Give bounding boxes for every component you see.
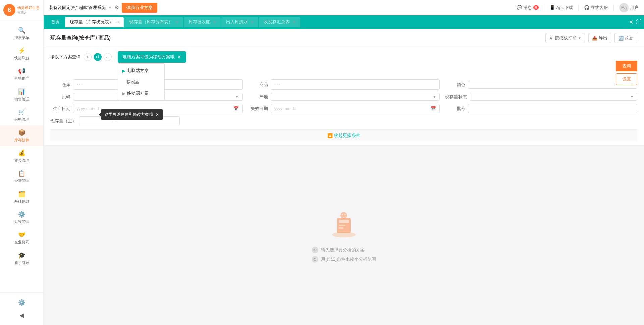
collapse-bar[interactable]: 🔼 收起更多条件 <box>50 129 637 141</box>
expire-date-calendar-icon: 📅 <box>431 106 436 111</box>
sidebar-item-inventory[interactable]: 📦 库存核算 <box>0 125 43 146</box>
scheme-desktop-sub-item[interactable]: 按照品 <box>118 76 164 88</box>
svg-rect-4 <box>339 227 344 229</box>
svg-point-7 <box>344 214 346 215</box>
filter-back-btn[interactable]: ← <box>104 53 112 61</box>
tab-inventory-dist[interactable]: 现存量（库存分布表） ✕ <box>124 17 183 27</box>
scheme-desktop-arrow: ▶ <box>122 68 125 73</box>
app-download-item[interactable]: 📱 App下载 <box>550 5 573 11</box>
print-btn[interactable]: 🖨 按模板打印 ▼ <box>545 33 585 43</box>
empty-hints: ① 请先选择要分析的方案 ② 用[过滤]条件来缩小分析范围 <box>312 247 376 263</box>
goods-select[interactable]: ··· <box>271 79 440 90</box>
expire-date-input[interactable]: yyyy-mm-dd 📅 <box>271 104 440 113</box>
sidebar-label-inventory: 库存核算 <box>14 138 29 143</box>
color-select[interactable]: ▼ <box>468 81 637 89</box>
tab-bar: 首页 现存量（库存状况表） ✕ 现存量（库存分布表） ✕ 库存批次账 ✕ 出入库… <box>44 15 644 29</box>
tab-batch-close[interactable]: ✕ <box>213 20 216 24</box>
sidebar-collapse-btn[interactable]: ◀ <box>0 309 43 322</box>
sidebar-item-guide[interactable]: 🎓 新手引导 <box>0 248 43 269</box>
message-item[interactable]: 💬 消息 6 <box>517 5 539 11</box>
svg-rect-3 <box>339 225 345 226</box>
industry-btn[interactable]: 体验行业方案 <box>122 3 157 13</box>
enterprise-icon: 🤝 <box>18 231 25 238</box>
system-icon: ⚙️ <box>18 211 25 218</box>
system-name: 装备及固定资产辅助管理系统 <box>49 5 106 11</box>
scheme-mobile-item[interactable]: ▶ 移动端方案 <box>118 88 164 99</box>
inventory-icon: 📦 <box>18 129 25 136</box>
sidebar-item-marketing[interactable]: 📢 营销推广 <box>0 64 43 85</box>
sidebar-item-search[interactable]: 🔍 搜索菜单 <box>0 23 43 44</box>
collapse-up-icon: 🔼 <box>327 133 333 138</box>
produce-date-label: 生产日期 <box>50 106 70 112</box>
tab-maximize-icon[interactable]: ⛶ <box>636 19 641 25</box>
sidebar-item-operation[interactable]: 📋 经营管理 <box>0 166 43 187</box>
filter-field-stock-status: 现存量状态 ▼ <box>445 93 637 101</box>
origin-select[interactable]: ▼ <box>271 93 440 101</box>
online-support-item[interactable]: 🎧 在线客服 <box>584 5 608 11</box>
reset-btn[interactable]: 设置 <box>616 73 637 85</box>
scheme-mobile-arrow: ▶ <box>122 91 125 96</box>
sidebar-label-guide: 新手引导 <box>14 260 29 265</box>
topbar-gear-icon[interactable]: ⚙ <box>114 4 119 11</box>
scheme-desktop-sub-label: 按照品 <box>127 79 139 84</box>
sidebar-item-quicknav[interactable]: ⚡ 快捷导航 <box>0 44 43 64</box>
filter-add-btn[interactable]: + <box>84 53 92 61</box>
size-label: 尺码 <box>50 94 70 100</box>
create-tooltip-close[interactable]: ✕ <box>156 112 159 117</box>
scheme-desktop-item[interactable]: ▶ 电脑端方案 <box>118 65 164 76</box>
scheme-tooltip-close[interactable]: ✕ <box>177 54 181 60</box>
tab-home[interactable]: 首页 <box>46 17 64 27</box>
sidebar-item-system[interactable]: ⚙️ 系统管理 <box>0 207 43 228</box>
tab-inventory-status-label: 现存量（库存状况表） <box>70 19 113 25</box>
svg-point-6 <box>342 214 343 215</box>
topbar-divider1 <box>544 4 544 11</box>
scheme-desktop-label: 电脑端方案 <box>127 68 149 74</box>
color-label: 颜色 <box>445 82 465 88</box>
tab-inventory-dist-close[interactable]: ✕ <box>175 20 178 24</box>
stock-status-select[interactable]: ▼ <box>470 93 637 101</box>
message-badge: 6 <box>533 5 539 10</box>
produce-date-calendar-icon: 📅 <box>233 106 239 111</box>
stock-status-dropdown-icon: ▼ <box>630 95 634 99</box>
empty-state: ① 请先选择要分析的方案 ② 用[过滤]条件来缩小分析范围 <box>44 146 644 325</box>
filter-field-batch-no: 批号 <box>445 104 637 113</box>
tab-close-all-icon[interactable]: ✕ <box>629 19 633 25</box>
user-avatar: Ea <box>619 3 629 12</box>
sidebar-item-purchase[interactable]: 🛒 采购管理 <box>0 105 43 125</box>
tab-collect-close[interactable]: ✕ <box>292 20 296 24</box>
sidebar-settings-btn[interactable]: ⚙️ <box>0 296 43 309</box>
export-btn[interactable]: 📤 导出 <box>588 33 611 43</box>
topbar: 装备及固定资产辅助管理系统 ▼ ⚙ 体验行业方案 💬 消息 6 📱 App下载 <box>44 0 644 15</box>
tooltip-arrow <box>99 113 101 116</box>
origin-label: 产地 <box>248 94 268 100</box>
tab-inout[interactable]: 出入库流水 ✕ <box>221 17 258 27</box>
filter-refresh-btn[interactable]: ↺ <box>94 53 102 61</box>
refresh-btn[interactable]: 🔄 刷新 <box>614 33 637 43</box>
sidebar-item-finance[interactable]: 💰 资金管理 <box>0 146 43 166</box>
system-dropdown-arrow[interactable]: ▼ <box>108 6 112 9</box>
tab-inventory-status-close[interactable]: ✕ <box>116 20 119 24</box>
tab-batch[interactable]: 库存批次账 ✕ <box>184 17 221 27</box>
batch-no-input[interactable] <box>468 104 637 113</box>
sidebar-item-sales[interactable]: 📊 销售管理 <box>0 85 43 105</box>
warehouse-dots: ··· <box>77 82 83 88</box>
tab-inventory-status[interactable]: 现存量（库存状况表） ✕ <box>65 17 124 27</box>
create-tooltip-text: 这里可以创建和修改方案哦 <box>105 112 153 117</box>
tab-inout-label: 出入库流水 <box>226 19 248 25</box>
scheme-mobile-label: 移动端方案 <box>127 90 149 96</box>
sidebar-item-enterprise[interactable]: 🤝 企业协同 <box>0 228 43 248</box>
quicknav-icon: ⚡ <box>18 47 25 54</box>
sidebar-bottom: ⚙️ ◀ <box>0 292 43 325</box>
svg-rect-2 <box>339 220 349 223</box>
scheme-tooltip-text: 电脑方案可设为移动方案哦 <box>122 54 175 60</box>
search-btn[interactable]: 查询 <box>616 61 637 71</box>
user-item[interactable]: Ea 用户 <box>619 3 639 12</box>
user-avatar-text: Ea <box>621 5 627 10</box>
tab-collect[interactable]: 收发存汇总表 ✕ <box>259 17 300 27</box>
print-icon: 🖨 <box>549 36 553 41</box>
tab-inout-close[interactable]: ✕ <box>251 20 254 24</box>
sidebar-item-basic[interactable]: 🗂️ 基础信息 <box>0 187 43 207</box>
logo-area: 6 畅捷通好生意 标准版 <box>0 0 43 20</box>
page-actions: 🖨 按模板打印 ▼ 📤 导出 🔄 刷新 <box>545 33 637 43</box>
tab-actions: ✕ ⛶ <box>629 19 641 25</box>
